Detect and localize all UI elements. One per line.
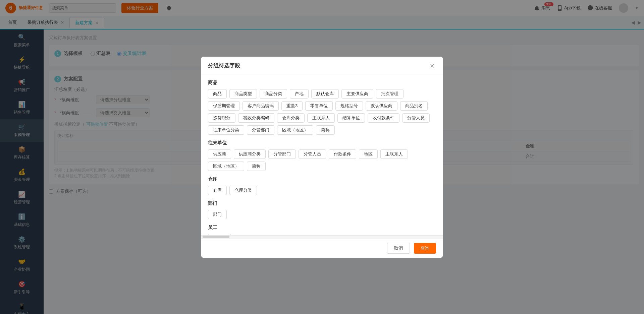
section-partner-title: 往来单位 <box>208 140 436 146</box>
field-default-supplier[interactable]: 默认供应商 <box>366 101 397 111</box>
field-product-alias[interactable]: 商品别名 <box>400 101 428 111</box>
field-abbr-product[interactable]: 简称 <box>316 125 335 135</box>
modal-close-btn[interactable]: ✕ <box>428 62 436 70</box>
field-supplier[interactable]: 供应商 <box>208 149 231 159</box>
modal-body: 商品 商品 商品类型 商品分类 产地 默认仓库 主要供应商 批次管理 保质期管理… <box>201 74 443 236</box>
field-supervisor2[interactable]: 分管人员 <box>299 149 326 159</box>
modal-hscroll-thumb[interactable] <box>203 236 229 238</box>
modal-hscroll[interactable] <box>201 235 443 238</box>
field-settlement-unit[interactable]: 结算单位 <box>337 113 365 123</box>
section-employee: 员工 业务员 <box>208 225 436 236</box>
field-warehouse-category2[interactable]: 仓库分类 <box>229 186 257 195</box>
field-partner-category[interactable]: 往来单位分类 <box>208 125 244 135</box>
field-main-contact2[interactable]: 主联系人 <box>380 149 408 159</box>
section-employee-title: 员工 <box>208 225 436 231</box>
warehouse-fields: 仓库 仓库分类 <box>208 186 436 195</box>
field-batch-mgmt[interactable]: 批次管理 <box>376 89 404 99</box>
field-dept-managed[interactable]: 分管部门 <box>247 125 274 135</box>
modal-overlay: 分组待选字段 ✕ 商品 商品 商品类型 商品分类 产地 默认仓库 主要供应商 批… <box>0 0 644 314</box>
field-supervisor[interactable]: 分管人员 <box>402 113 430 123</box>
modal-footer: 取消 查询 <box>201 239 443 258</box>
field-payment-terms2[interactable]: 付款条件 <box>329 149 356 159</box>
section-dept: 部门 部门 <box>208 200 436 219</box>
field-customer-code[interactable]: 客户商品编码 <box>243 101 279 111</box>
section-warehouse: 仓库 仓库 仓库分类 <box>208 176 436 195</box>
cancel-button[interactable]: 取消 <box>387 243 410 254</box>
field-payment-terms[interactable]: 收付款条件 <box>368 113 399 123</box>
field-warehouse[interactable]: 仓库 <box>208 186 227 195</box>
section-warehouse-title: 仓库 <box>208 176 436 182</box>
modal: 分组待选字段 ✕ 商品 商品 商品类型 商品分类 产地 默认仓库 主要供应商 批… <box>201 57 443 258</box>
field-abbr-partner[interactable]: 简称 <box>247 162 266 171</box>
section-product-title: 商品 <box>208 80 436 86</box>
modal-title: 分组待选字段 <box>208 62 240 69</box>
field-warehouse-category[interactable]: 仓库分类 <box>277 113 305 123</box>
product-fields: 商品 商品类型 商品分类 产地 默认仓库 主要供应商 批次管理 保质期管理 客户… <box>208 89 436 135</box>
field-dept-managed2[interactable]: 分管部门 <box>268 149 296 159</box>
field-product-category[interactable]: 商品分类 <box>260 89 287 99</box>
field-tax-code[interactable]: 税收分类编码 <box>238 113 274 123</box>
field-supplier-category[interactable]: 供应商分类 <box>234 149 266 159</box>
dept-fields: 部门 <box>208 210 436 219</box>
field-dept[interactable]: 部门 <box>208 210 227 219</box>
section-dept-title: 部门 <box>208 200 436 206</box>
partner-fields: 供应商 供应商分类 分管部门 分管人员 付款条件 地区 主联系人 区域（地区） … <box>208 149 436 171</box>
modal-header: 分组待选字段 ✕ <box>201 57 443 74</box>
field-product[interactable]: 商品 <box>208 89 227 99</box>
field-spec-model[interactable]: 规格型号 <box>335 101 363 111</box>
section-product: 商品 商品 商品类型 商品分类 产地 默认仓库 主要供应商 批次管理 保质期管理… <box>208 80 436 135</box>
field-default-warehouse[interactable]: 默认仓库 <box>311 89 339 99</box>
confirm-button[interactable]: 查询 <box>414 243 436 254</box>
field-pick-points[interactable]: 拣货积分 <box>208 113 235 123</box>
field-region-partner2[interactable]: 区域（地区） <box>208 162 244 171</box>
section-partner: 往来单位 供应商 供应商分类 分管部门 分管人员 付款条件 地区 主联系人 区域… <box>208 140 436 171</box>
field-retail-unit[interactable]: 零售单位 <box>305 101 333 111</box>
field-main-supplier[interactable]: 主要供应商 <box>341 89 373 99</box>
field-weight3[interactable]: 重量3 <box>281 101 303 111</box>
field-origin[interactable]: 产地 <box>290 89 309 99</box>
field-expiry-mgmt[interactable]: 保质期管理 <box>208 101 240 111</box>
field-region-product[interactable]: 区域（地区） <box>277 125 313 135</box>
field-product-type[interactable]: 商品类型 <box>229 89 257 99</box>
field-region-partner[interactable]: 地区 <box>359 149 378 159</box>
field-main-contact[interactable]: 主联系人 <box>307 113 335 123</box>
